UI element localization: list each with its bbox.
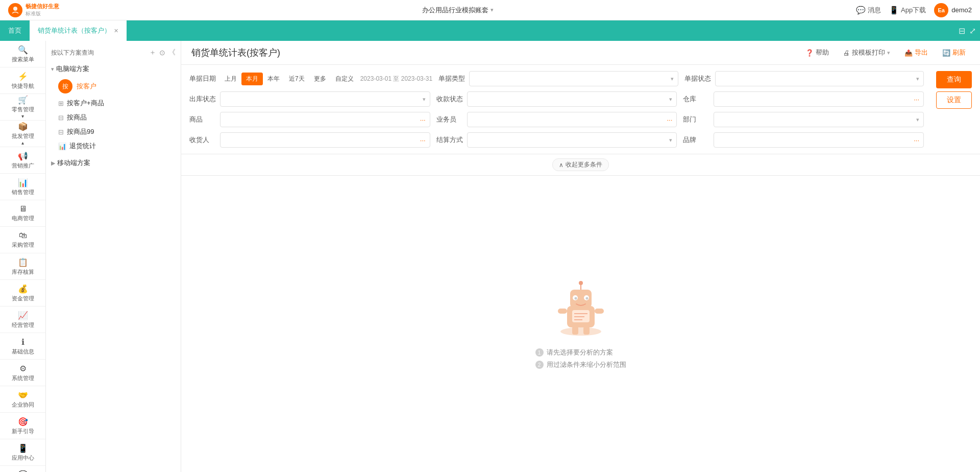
tree-group-mobile[interactable]: ▶ 移动端方案	[46, 155, 181, 171]
order-status-select[interactable]: ▾	[715, 71, 924, 86]
tree-item-by-customer[interactable]: 按 按客户	[46, 77, 181, 96]
btn-col: 查询 设置	[932, 65, 980, 154]
payment-status-arrow-icon: ▾	[669, 96, 672, 103]
sidebar-item-purchase[interactable]: 🛍 采购管理	[0, 227, 45, 253]
out-status-arrow-icon: ▾	[423, 96, 426, 103]
filter-cell-payment-status: 收款状态 ▾	[436, 91, 683, 107]
warehouse-select[interactable]: ···	[714, 91, 924, 107]
filter-cell-date: 单据日期 上月 本月 本年 近7天 更多 自定义 2023-03-01 至 20…	[189, 73, 438, 85]
step-num-1: 1	[535, 348, 544, 357]
panel-add-btn[interactable]: ＋	[149, 48, 156, 57]
filter-cell-out-status: 出库状态 ▾	[189, 91, 436, 107]
app-download-btn[interactable]: 📱 App下载	[889, 6, 926, 15]
settings-btn[interactable]: 设置	[936, 91, 972, 109]
sidebar-item-quick-nav[interactable]: ⚡ 快捷导航	[0, 67, 45, 94]
date-btn-current-month[interactable]: 本月	[241, 73, 263, 85]
filter-cell-goods: 商品 ···	[189, 112, 436, 127]
out-status-select[interactable]: ▾	[220, 91, 430, 107]
svg-rect-14	[572, 310, 590, 322]
help-btn[interactable]: ❓ 帮助	[801, 46, 833, 59]
receiver-select[interactable]: ···	[220, 132, 430, 148]
tree-group-expand-icon: ▾	[51, 66, 54, 73]
filter-row-3: 商品 ··· 业务员 ···	[189, 112, 924, 127]
brand-select[interactable]: ···	[714, 132, 924, 148]
sidebar-item-finance[interactable]: 💰 资金管理	[0, 280, 45, 306]
date-btn-last-month[interactable]: 上月	[220, 73, 241, 85]
date-btn-last-7-days[interactable]: 近7天	[284, 73, 309, 85]
sidebar-item-marketing[interactable]: 📢 营销推广	[0, 147, 45, 174]
sidebar-item-basic-info[interactable]: ℹ 基础信息	[0, 333, 45, 360]
svg-rect-10	[558, 309, 567, 314]
sidebar-item-system[interactable]: ⚙ 系统管理	[0, 360, 45, 386]
sales-person-select[interactable]: ···	[467, 112, 677, 127]
system-icon: ⚙	[19, 364, 27, 373]
sidebar-item-app-center[interactable]: 📱 应用中心	[0, 439, 45, 466]
export-icon: 📤	[904, 49, 913, 57]
order-type-select[interactable]: ▾	[469, 71, 678, 86]
tab-controls: ⊟ ⤢	[954, 26, 980, 36]
tab-minimize-btn[interactable]: ⊟	[959, 26, 965, 36]
goods-select[interactable]: ···	[220, 112, 430, 127]
empty-illustration	[548, 275, 614, 342]
marketing-icon: 📢	[18, 151, 28, 161]
svg-point-5	[579, 281, 583, 285]
header-left: 畅捷信好生意 标准版	[8, 3, 59, 17]
sidebar-item-ecommerce[interactable]: 🖥 电商管理	[0, 200, 45, 227]
quick-nav-icon: ⚡	[18, 72, 28, 81]
inventory-icon: 📋	[18, 257, 28, 267]
logo-icon	[8, 3, 22, 17]
empty-step-1: 1 请先选择要分析的方案	[535, 348, 626, 357]
industry-dropdown-icon[interactable]: ▾	[491, 7, 494, 13]
ecommerce-icon: 🖥	[19, 204, 27, 214]
template-print-btn[interactable]: 🖨 按模板打印 ▾	[839, 46, 894, 59]
settlement-arrow-icon: ▾	[669, 137, 672, 144]
query-btn[interactable]: 查询	[936, 71, 972, 88]
sidebar-item-wechat[interactable]: 💬 企业微信	[0, 466, 45, 472]
step-num-2: 2	[535, 361, 544, 369]
tree-group-pc[interactable]: ▾ 电脑端方案	[46, 61, 181, 77]
tree-mobile-expand-icon: ▶	[51, 160, 55, 167]
retail-icon: 🛒	[18, 95, 28, 105]
sidebar-item-enterprise[interactable]: 🤝 企业协同	[0, 386, 45, 413]
help-icon: ❓	[805, 49, 814, 57]
date-btn-current-year[interactable]: 本年	[263, 73, 284, 85]
tree-item-refund-stats[interactable]: 📊 退货统计	[46, 139, 181, 153]
settlement-select[interactable]: ▾	[467, 132, 677, 148]
sidebar-item-newbie[interactable]: 🎯 新手引导	[0, 413, 45, 439]
date-btn-custom[interactable]: 自定义	[331, 73, 358, 85]
tree-item-by-goods-99[interactable]: ⊟ 按商品99	[46, 125, 181, 139]
payment-status-select[interactable]: ▾	[467, 91, 677, 107]
date-btn-more[interactable]: 更多	[309, 73, 331, 85]
sidebar-item-sales[interactable]: 📊 销售管理	[0, 174, 45, 200]
filter-row-2: 出库状态 ▾ 收款状态 ▾	[189, 91, 924, 107]
panel-settings-btn[interactable]: ⊙	[159, 49, 165, 57]
user-area[interactable]: Ea demo2	[934, 3, 972, 17]
operation-icon: 📈	[18, 311, 28, 320]
logo-area: 畅捷信好生意 标准版	[8, 3, 59, 17]
department-select[interactable]: ▾	[714, 112, 924, 127]
panel-header: 按以下方案查询 ＋ ⊙ 《	[46, 46, 181, 61]
sidebar-item-inventory[interactable]: 📋 库存核算	[0, 253, 45, 280]
content-area: 按以下方案查询 ＋ ⊙ 《 ▾ 电脑端方案 按 按客户 ⊞ 按客户+商品	[46, 41, 980, 472]
svg-rect-13	[583, 326, 590, 335]
export-btn[interactable]: 📤 导出	[900, 46, 932, 59]
tab-expand-btn[interactable]: ⤢	[969, 26, 976, 36]
tree-item-by-goods[interactable]: ⊟ 按商品	[46, 110, 181, 125]
newbie-icon: 🎯	[18, 417, 28, 427]
message-btn[interactable]: 💬 消息	[856, 6, 881, 15]
tab-sales-stat[interactable]: 销货单统计表（按客户） ✕	[30, 20, 127, 41]
sidebar-item-wholesale[interactable]: 📦 批发管理 ▴	[0, 121, 45, 147]
sidebar-item-operation[interactable]: 📈 经营管理	[0, 306, 45, 333]
panel-collapse-btn[interactable]: 《	[168, 48, 176, 57]
sales-icon: 📊	[18, 178, 28, 187]
refresh-btn[interactable]: 🔄 刷新	[938, 46, 970, 59]
svg-point-1	[560, 327, 601, 336]
sidebar-item-retail[interactable]: 🛒 零售管理 ▾	[0, 94, 45, 121]
collapse-more-btn[interactable]: ∧ 收起更多条件	[552, 158, 609, 171]
header-center[interactable]: 办公用品行业模拟账套 ▾	[422, 6, 494, 15]
tab-home[interactable]: 首页	[0, 20, 30, 41]
tree-item-by-customer-goods[interactable]: ⊞ 按客户+商品	[46, 96, 181, 110]
sidebar: 🔍 搜索菜单 ⚡ 快捷导航 🛒 零售管理 ▾ 📦 批发管理 ▴ 📢 营销推广 📊…	[0, 41, 46, 472]
tab-close-icon[interactable]: ✕	[114, 28, 118, 34]
sidebar-item-search-menu[interactable]: 🔍 搜索菜单	[0, 41, 45, 67]
